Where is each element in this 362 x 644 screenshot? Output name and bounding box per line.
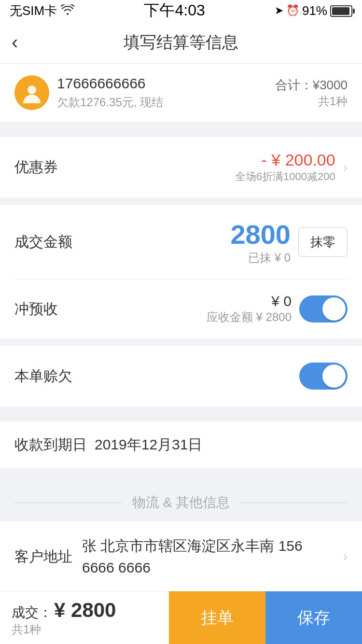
address-row[interactable]: 客户地址 张 北京市市辖区海淀区永丰南 156 6666 6666 › [0,521,362,592]
coupon-value: - ¥ 200.00 [262,151,335,169]
prepay-receivable: 应收金额 ¥ 2800 [207,309,292,325]
save-button[interactable]: 保存 [265,591,362,644]
customer-phone: 17666666666 [57,75,163,92]
footer-amount: ¥ 2800 [54,599,116,622]
footer-deal-label: 成交： [12,603,52,622]
footer-summary: 成交： ¥ 2800 共1种 [0,591,169,644]
divider-2 [0,197,362,205]
footer-count: 共1种 [12,622,157,637]
page-content: 17666666666 欠款1276.35元, 现结 合计：¥3000 共1种 … [0,64,362,644]
amount-right: 2800 已抹 ¥ 0 抹零 [230,219,348,266]
alarm-icon: ⏰ [286,4,299,17]
duedate-value: 2019年12月31日 [95,435,202,455]
logistics-line-right [239,503,348,503]
coupon-chevron-icon: › [343,160,348,175]
amount-value-group: 2800 已抹 ¥ 0 [230,219,291,266]
customer-left: 17666666666 欠款1276.35元, 现结 [14,75,163,110]
divider-4 [0,406,362,414]
coupon-desc: 全场6折满1000减200 [235,169,335,184]
battery-icon [330,3,352,18]
address-value: 张 北京市市辖区海淀区永丰南 156 6666 6666 [82,535,335,578]
prepay-amount: ¥ 0 [271,293,292,309]
status-time: 下午4:03 [144,0,205,21]
customer-card: 17666666666 欠款1276.35元, 现结 合计：¥3000 共1种 [0,64,362,122]
amount-label: 成交金额 [14,232,72,252]
svg-point-0 [28,85,36,94]
prepay-row: 冲预收 ¥ 0 应收金额 ¥ 2800 [14,280,348,338]
coupon-label: 优惠券 [14,157,58,177]
status-right: ➤ ⏰ 91% [275,3,352,18]
address-chevron-icon: › [343,549,348,564]
footer: 成交： ¥ 2800 共1种 挂单 保存 [0,591,362,644]
total-label: 合计：¥3000 [275,77,348,94]
divider-5 [0,468,362,476]
prepay-label: 冲预收 [14,299,58,319]
status-left: 无SIM卡 [10,2,74,19]
duedate-label: 收款到期日 [14,435,87,455]
transaction-amount: 2800 [230,219,291,250]
divider-3 [0,338,362,346]
prepay-value-group: ¥ 0 应收金额 ¥ 2800 [207,293,292,325]
debt-row: 本单赊欠 [0,346,362,406]
coupon-right: - ¥ 200.00 全场6折满1000减200 [235,151,335,184]
customer-debt: 欠款1276.35元, 现结 [57,95,163,110]
amount-row: 成交金额 2800 已抹 ¥ 0 抹零 [14,205,348,280]
round-button[interactable]: 抹零 [298,227,348,257]
customer-info: 17666666666 欠款1276.35元, 现结 [57,75,163,110]
prepay-right: ¥ 0 应收金额 ¥ 2800 [207,293,348,325]
coupon-section: 优惠券 - ¥ 200.00 全场6折满1000减200 › [0,137,362,197]
debt-toggle-knob [322,364,346,388]
coupon-row[interactable]: 优惠券 - ¥ 200.00 全场6折满1000减200 › [0,137,362,197]
logistics-line-left [14,503,123,503]
nav-bar: ‹ 填写结算等信息 [0,21,362,64]
back-button[interactable]: ‹ [12,31,18,53]
status-bar: 无SIM卡 下午4:03 ➤ ⏰ 91% [0,0,362,21]
divider-1 [0,129,362,137]
page-title: 填写结算等信息 [124,31,238,54]
customer-count: 共1种 [275,94,348,109]
duedate-content: 收款到期日 2019年12月31日 [14,435,348,455]
toggle-knob [322,297,346,321]
amount-sub: 已抹 ¥ 0 [248,250,291,266]
battery-percent: 91% [302,3,327,18]
location-icon: ➤ [275,4,283,17]
logistics-label: 物流 & 其他信息 [132,493,230,512]
wifi-icon [61,3,74,18]
address-label: 客户地址 [14,547,72,567]
avatar [14,75,49,110]
customer-total: 合计：¥3000 共1种 [275,77,348,109]
prepay-toggle[interactable] [299,295,348,322]
carrier-label: 无SIM卡 [10,2,57,19]
debt-toggle[interactable] [299,363,348,390]
logistics-divider: 物流 & 其他信息 [0,484,362,521]
duedate-section: 收款到期日 2019年12月31日 [0,421,362,468]
pending-button[interactable]: 挂单 [169,591,265,644]
amount-section: 成交金额 2800 已抹 ¥ 0 抹零 冲预收 ¥ 0 应收金额 ¥ 2800 [0,205,362,338]
debt-label: 本单赊欠 [14,366,72,386]
